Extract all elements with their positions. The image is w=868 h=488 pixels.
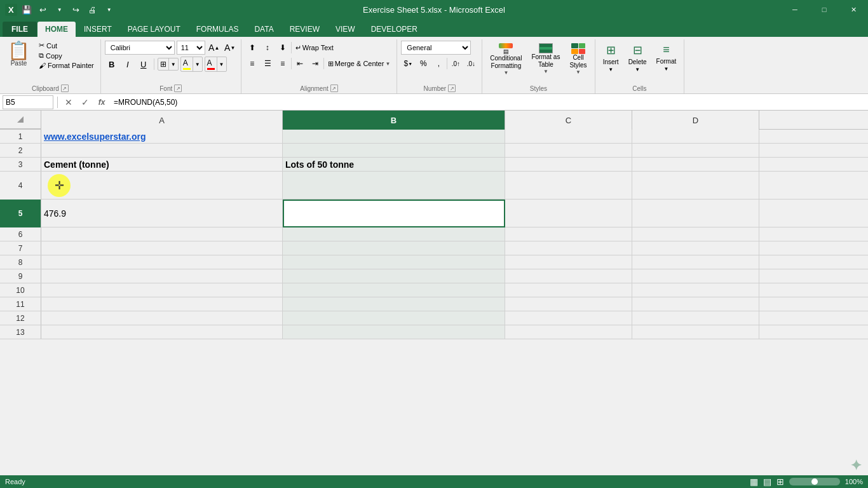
font-color-dropdown[interactable]: ▼	[217, 60, 226, 69]
cell-c6[interactable]	[505, 227, 632, 241]
cell-b9[interactable]	[283, 269, 505, 283]
cell-b2[interactable]	[283, 144, 505, 157]
cell-d12[interactable]	[632, 311, 759, 325]
cell-a1[interactable]: www.excelsuperstar.org	[41, 130, 283, 143]
row-num-8[interactable]: 8	[0, 255, 41, 269]
increase-indent-btn[interactable]: ⇥	[308, 57, 322, 71]
cell-b11[interactable]	[283, 297, 505, 311]
increase-decimal-btn[interactable]: .0↑	[449, 57, 463, 71]
tab-page-layout[interactable]: PAGE LAYOUT	[120, 22, 188, 37]
confirm-formula-btn[interactable]: ✓	[78, 95, 92, 109]
merge-center-button[interactable]: ⊞ Merge & Center ▼	[325, 58, 393, 69]
row-num-1[interactable]: 1	[0, 130, 41, 143]
row-num-6[interactable]: 6	[0, 227, 41, 241]
row-num-9[interactable]: 9	[0, 269, 41, 283]
comma-btn[interactable]: ,	[431, 57, 445, 71]
quick-access-redo[interactable]: ↪	[69, 3, 83, 17]
clipboard-expand[interactable]: ↗	[61, 85, 69, 92]
percent-btn[interactable]: %	[416, 57, 430, 71]
italic-button[interactable]: I	[121, 57, 135, 71]
cell-b1[interactable]	[283, 130, 505, 143]
cell-d11[interactable]	[632, 297, 759, 311]
insert-button[interactable]: ⊞ Insert ▼	[599, 41, 623, 75]
cell-styles-button[interactable]: CellStyles ▼	[566, 41, 590, 78]
cell-b13[interactable]	[283, 325, 505, 339]
cell-b10[interactable]	[283, 283, 505, 297]
tab-insert[interactable]: INSERT	[76, 22, 119, 37]
cell-c12[interactable]	[505, 311, 632, 325]
cell-c4[interactable]	[505, 172, 632, 200]
cell-c8[interactable]	[505, 255, 632, 269]
cell-c11[interactable]	[505, 297, 632, 311]
quick-access-more[interactable]: ▼	[102, 3, 116, 17]
cell-d7[interactable]	[632, 241, 759, 255]
cell-c10[interactable]	[505, 283, 632, 297]
quick-access-undo[interactable]: ↩	[36, 3, 50, 17]
fill-color-btn[interactable]: A	[181, 57, 193, 71]
format-as-table-arrow[interactable]: ▼	[543, 69, 548, 74]
close-btn[interactable]: ✕	[839, 0, 868, 19]
conditional-formatting-button[interactable]: ▤ ConditionalFormatting ▼	[486, 41, 526, 78]
fill-color-dropdown[interactable]: ▼	[193, 60, 202, 69]
cell-b8[interactable]	[283, 255, 505, 269]
cell-a7[interactable]	[41, 241, 283, 255]
insert-function-btn[interactable]: fx	[95, 95, 109, 109]
merge-arrow[interactable]: ▼	[385, 61, 390, 67]
row-num-2[interactable]: 2	[0, 144, 41, 157]
row-num-13[interactable]: 13	[0, 325, 41, 339]
quick-access-undo-arrow[interactable]: ▼	[53, 3, 67, 17]
row-num-5[interactable]: 5	[0, 200, 41, 227]
insert-arrow[interactable]: ▼	[608, 67, 613, 72]
number-expand[interactable]: ↗	[448, 85, 456, 92]
cell-reference-box[interactable]: B5	[3, 95, 53, 109]
bold-button[interactable]: B	[105, 57, 119, 71]
cell-a3[interactable]: Cement (tonne)	[41, 158, 283, 171]
cell-c13[interactable]	[505, 325, 632, 339]
decrease-font-btn[interactable]: A▼	[223, 41, 237, 55]
col-header-a[interactable]: A	[41, 111, 283, 130]
number-format-select[interactable]: General	[401, 41, 471, 55]
tab-formulas[interactable]: FORMULAS	[189, 22, 247, 37]
cell-d8[interactable]	[632, 255, 759, 269]
delete-arrow[interactable]: ▼	[635, 67, 640, 72]
cell-d13[interactable]	[632, 325, 759, 339]
cell-d4[interactable]	[632, 172, 759, 200]
row-num-4[interactable]: 4	[0, 172, 41, 200]
col-header-b[interactable]: B	[283, 111, 505, 130]
tab-file[interactable]: FILE	[3, 22, 37, 37]
cell-c2[interactable]	[505, 144, 632, 157]
decrease-decimal-btn[interactable]: .0↓	[464, 57, 478, 71]
align-middle-btn[interactable]: ↕	[261, 41, 275, 55]
cell-a8[interactable]	[41, 255, 283, 269]
currency-btn[interactable]: $▼	[401, 57, 415, 71]
cell-d2[interactable]	[632, 144, 759, 157]
cell-b4[interactable]	[283, 172, 505, 200]
format-button[interactable]: ≡ Format ▼	[653, 41, 681, 74]
quick-access-print[interactable]: 🖨	[86, 3, 100, 17]
tab-review[interactable]: REVIEW	[282, 22, 327, 37]
format-as-table-button[interactable]: Format asTable ▼	[527, 41, 564, 77]
tab-home[interactable]: HOME	[37, 22, 76, 37]
cell-a13[interactable]	[41, 325, 283, 339]
cell-c1[interactable]	[505, 130, 632, 143]
border-dropdown[interactable]: ▼	[169, 60, 178, 69]
font-color-btn[interactable]: A	[205, 57, 217, 71]
underline-button[interactable]: U	[137, 57, 151, 71]
cell-a4[interactable]: ✛	[41, 172, 283, 200]
row-num-7[interactable]: 7	[0, 241, 41, 255]
cell-a5[interactable]: 476.9	[41, 200, 283, 227]
cell-b3[interactable]: Lots of 50 tonne	[283, 158, 505, 171]
cut-button[interactable]: ✂ Cut	[36, 41, 97, 50]
col-header-c[interactable]: C	[505, 111, 632, 130]
copy-button[interactable]: ⧉ Copy	[36, 51, 97, 60]
minimize-btn[interactable]: ─	[780, 0, 810, 19]
cell-d6[interactable]	[632, 227, 759, 241]
formula-input[interactable]	[111, 95, 865, 109]
align-center-btn[interactable]: ☰	[261, 57, 275, 71]
cell-a9[interactable]	[41, 269, 283, 283]
alignment-expand[interactable]: ↗	[330, 85, 338, 92]
cell-c3[interactable]	[505, 158, 632, 171]
row-num-10[interactable]: 10	[0, 283, 41, 297]
paste-button[interactable]: 📋 Paste	[4, 41, 34, 70]
maximize-btn[interactable]: □	[810, 0, 839, 19]
